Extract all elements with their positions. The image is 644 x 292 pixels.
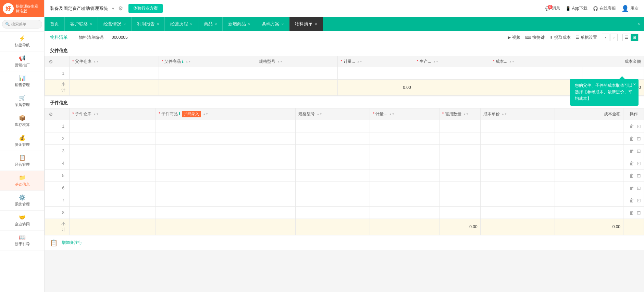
child-row2-total[interactable] — [555, 132, 623, 145]
list-view-button[interactable]: ☰ — [623, 34, 631, 41]
sidebar-item-operations[interactable]: 📋 经营管理 — [0, 151, 44, 171]
child-row8-total[interactable] — [555, 207, 623, 219]
tab-barcode[interactable]: 条码方案 × — [256, 17, 289, 31]
delete-row7-button[interactable]: 🗑 — [629, 198, 634, 203]
scan-input-button[interactable]: 扫码录入 — [182, 111, 201, 117]
child-row5-total[interactable] — [555, 170, 623, 182]
child-settings-icon[interactable]: ⚙ — [49, 112, 53, 117]
child-row6-warehouse[interactable] — [70, 182, 156, 194]
single-settings-button[interactable]: ☰ 单据设置 — [575, 35, 597, 40]
sidebar-item-cooperation[interactable]: 🤝 企业协同 — [0, 211, 44, 231]
child-row3-qty[interactable] — [439, 145, 480, 157]
child-row1-unit[interactable] — [370, 120, 439, 132]
child-row1-spec[interactable] — [296, 120, 370, 132]
child-row1-qty[interactable] — [439, 120, 480, 132]
child-row5-spec[interactable] — [296, 170, 370, 182]
breadcrumb-bom[interactable]: 物料清单 — [50, 34, 68, 40]
parent-row1-cost[interactable] — [490, 67, 566, 80]
tab-bom[interactable]: 物料清单 × — [289, 17, 323, 31]
child-row8-warehouse[interactable] — [70, 207, 156, 219]
extract-cost-button[interactable]: ⬇ 提取成本 — [549, 35, 571, 40]
delete-row1-button[interactable]: 🗑 — [629, 124, 634, 129]
child-row2-unit[interactable] — [370, 132, 439, 145]
child-row6-goods[interactable] — [156, 182, 296, 194]
child-row7-qty[interactable] — [439, 194, 480, 207]
child-row8-qty[interactable] — [439, 207, 480, 219]
add-note-icon[interactable]: 📋 — [50, 239, 58, 247]
child-row7-warehouse[interactable] — [70, 194, 156, 207]
sidebar-item-guide[interactable]: 📖 新手引导 — [0, 231, 44, 250]
delete-row5-button[interactable]: 🗑 — [629, 173, 634, 178]
child-row3-unit[interactable] — [370, 145, 439, 157]
sidebar-item-purchase[interactable]: 🛒 采购管理 — [0, 91, 44, 111]
grid-view-button[interactable]: ⊞ — [631, 34, 638, 41]
prev-record-button[interactable]: ‹ — [602, 34, 609, 41]
parent-row1-goods[interactable] — [159, 67, 256, 80]
child-row5-goods[interactable] — [156, 170, 296, 182]
child-row8-unit-cost[interactable] — [480, 207, 555, 219]
child-row6-total[interactable] — [555, 182, 623, 194]
child-row1-total[interactable] — [555, 120, 623, 132]
child-row4-spec[interactable] — [296, 157, 370, 170]
child-row2-goods[interactable] — [156, 132, 296, 145]
sidebar-item-finance[interactable]: 💰 资金管理 — [0, 131, 44, 151]
close-tab-profit[interactable]: × — [157, 22, 159, 26]
child-row8-spec[interactable] — [296, 207, 370, 219]
copy-row2-button[interactable]: ⊡ — [637, 136, 641, 141]
child-row7-goods[interactable] — [156, 194, 296, 207]
child-row8-unit[interactable] — [370, 207, 439, 219]
delete-row2-button[interactable]: 🗑 — [629, 136, 634, 141]
child-row1-goods[interactable] — [156, 120, 296, 132]
sidebar-item-system[interactable]: ⚙️ 系统管理 — [0, 191, 44, 211]
child-row1-unit-cost[interactable] — [480, 120, 555, 132]
close-tab-customer[interactable]: × — [90, 22, 92, 26]
parent-row1-warehouse[interactable] — [70, 67, 159, 80]
child-row5-qty[interactable] — [439, 170, 480, 182]
copy-row8-button[interactable]: ⊡ — [637, 210, 641, 215]
delete-row8-button[interactable]: 🗑 — [629, 210, 634, 215]
child-row4-unit-cost[interactable] — [480, 157, 555, 170]
add-note-label[interactable]: 增加备注行 — [62, 240, 82, 246]
child-row4-qty[interactable] — [439, 157, 480, 170]
close-tab-add-goods[interactable]: × — [248, 22, 250, 26]
user-menu[interactable]: 👤 用友 — [621, 5, 639, 12]
message-button[interactable]: 💬 6 消息 — [545, 5, 560, 11]
shortcut-button[interactable]: ⌨ 快捷键 — [525, 35, 545, 40]
child-row2-unit-cost[interactable] — [480, 132, 555, 145]
next-record-button[interactable]: › — [610, 34, 618, 41]
child-row4-goods[interactable] — [156, 157, 296, 170]
tab-add-goods[interactable]: 新增商品 × — [223, 17, 256, 31]
tab-customer[interactable]: 客户联络 × — [65, 17, 98, 31]
child-row6-unit[interactable] — [370, 182, 439, 194]
child-row3-spec[interactable] — [296, 145, 370, 157]
child-row7-unit-cost[interactable] — [480, 194, 555, 207]
close-all-tabs[interactable]: × — [633, 22, 644, 26]
delete-row3-button[interactable]: 🗑 — [629, 148, 634, 154]
copy-row7-button[interactable]: ⊡ — [637, 198, 641, 203]
child-row7-unit[interactable] — [370, 194, 439, 207]
tab-operations-status[interactable]: 经营情况 × — [98, 17, 131, 31]
child-row2-warehouse[interactable] — [70, 132, 156, 145]
tooltip-close-button[interactable]: × — [633, 81, 636, 88]
child-row7-total[interactable] — [555, 194, 623, 207]
tab-home[interactable]: 首页 — [45, 17, 65, 31]
child-row5-unit-cost[interactable] — [480, 170, 555, 182]
copy-row3-button[interactable]: ⊡ — [637, 148, 641, 154]
parent-row1-production[interactable] — [414, 67, 490, 80]
child-row3-total[interactable] — [555, 145, 623, 157]
close-tab-bom[interactable]: × — [315, 22, 317, 26]
child-row8-goods[interactable] — [156, 207, 296, 219]
sidebar-item-sales[interactable]: 📊 销售管理 — [0, 71, 44, 91]
close-tab-goods[interactable]: × — [215, 22, 217, 26]
parent-row1-unit[interactable] — [338, 67, 414, 80]
tab-history[interactable]: 经营历程 × — [165, 17, 198, 31]
sidebar-item-basic-info[interactable]: 📁 基础信息 — [0, 171, 44, 191]
delete-row6-button[interactable]: 🗑 — [629, 185, 634, 191]
parent-row1-spec[interactable] — [256, 67, 338, 80]
trial-button[interactable]: 体验行业方案 — [128, 4, 163, 13]
child-row5-warehouse[interactable] — [70, 170, 156, 182]
child-row5-unit[interactable] — [370, 170, 439, 182]
child-row3-goods[interactable] — [156, 145, 296, 157]
child-row6-spec[interactable] — [296, 182, 370, 194]
delete-row4-button[interactable]: 🗑 — [629, 161, 634, 166]
